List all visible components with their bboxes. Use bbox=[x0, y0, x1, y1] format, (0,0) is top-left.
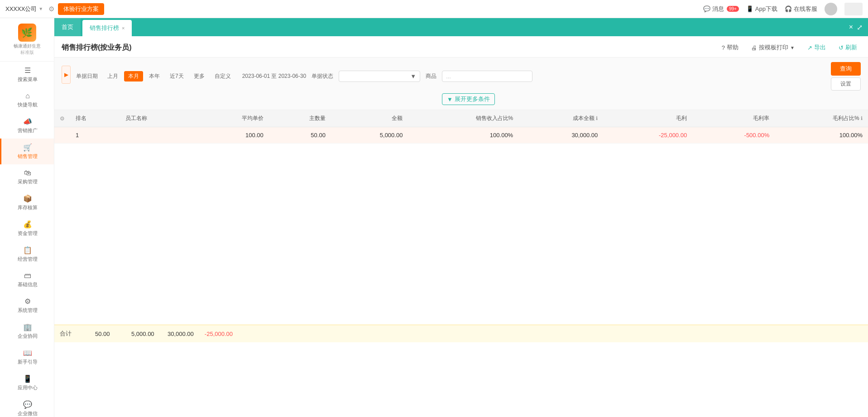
sidebar-item-app-center[interactable]: 📱 应用中心 bbox=[0, 370, 54, 396]
tab-home[interactable]: 首页 bbox=[54, 18, 81, 36]
home-tab-label: 首页 bbox=[62, 23, 73, 31]
sidebar-item-basic[interactable]: 🗃 基础信息 bbox=[0, 267, 54, 292]
col-settings[interactable]: ⚙ bbox=[54, 110, 70, 127]
help-btn[interactable]: ? 帮助 bbox=[718, 42, 742, 53]
purchase-icon: 🛍 bbox=[24, 169, 31, 177]
sales-icon: 🛒 bbox=[23, 143, 32, 152]
sidebar-item-search-order[interactable]: ☰ 搜索菜单 bbox=[0, 62, 54, 87]
page-title: 销售排行榜(按业务员) bbox=[62, 43, 132, 53]
col-avg-price: 平均单价 bbox=[194, 110, 269, 127]
sidebar-label-basic: 基础信息 bbox=[18, 281, 38, 288]
date-tab-custom[interactable]: 自定义 bbox=[211, 71, 235, 81]
row-settings bbox=[54, 127, 70, 144]
top-right-actions: 💬 消息 99+ 📱 App下载 🎧 在线客服 bbox=[703, 3, 863, 15]
sidebar-item-guide[interactable]: 📖 新手引导 bbox=[0, 344, 54, 370]
footer-amount: 5,000.00 bbox=[126, 331, 162, 337]
status-label: 单据状态 bbox=[312, 72, 333, 80]
print-chevron-icon: ▼ bbox=[790, 45, 795, 50]
sidebar-label-system: 系统管理 bbox=[18, 307, 38, 314]
cell-rank: 1 bbox=[70, 127, 120, 144]
cell-gross-rate: -500.00% bbox=[692, 127, 775, 144]
sidebar-label-wechat: 企业微信 bbox=[18, 410, 38, 417]
table-header: ⚙ 排名 员工名称 平均单价 主数量 全额 销售收入占比% 成本全额 ℹ bbox=[54, 110, 868, 127]
sidebar-item-enterprise[interactable]: 🏢 企业协同 bbox=[0, 318, 54, 344]
date-tab-current-year[interactable]: 本年 bbox=[145, 71, 164, 81]
system-icon: ⚙ bbox=[24, 297, 31, 306]
app-download-btn[interactable]: 📱 App下载 bbox=[746, 5, 777, 13]
date-tab-7days[interactable]: 近7天 bbox=[166, 71, 188, 81]
tab-sales-ranking[interactable]: 销售排行榜 × bbox=[82, 20, 132, 36]
content-area: 首页 销售排行榜 × × ⤢ 销售排行榜(按业务员) ? bbox=[54, 18, 868, 417]
inventory-icon: 📦 bbox=[23, 194, 32, 203]
expand-chevron-icon: ▼ bbox=[447, 96, 453, 103]
cell-name bbox=[120, 127, 195, 144]
footer-cost: 30,000.00 bbox=[162, 331, 199, 337]
table-body: 1 100.00 50.00 5,000.00 100.00% 30,000.0… bbox=[54, 127, 868, 144]
enterprise-icon: 🏢 bbox=[23, 323, 32, 331]
gross-pct-info-icon[interactable]: ℹ bbox=[861, 115, 863, 121]
help-label: 帮助 bbox=[727, 43, 739, 52]
filter-bar: ▶ 单据日期 上月 本月 本年 近7天 更多 bbox=[54, 58, 868, 110]
window-restore-btn[interactable]: ⤢ bbox=[857, 23, 863, 32]
logo-main-text: 畅康通好生意 bbox=[14, 43, 41, 49]
expand-conditions-btn[interactable]: ▼ 展开更多条件 bbox=[442, 93, 495, 105]
query-button[interactable]: 查询 bbox=[831, 62, 861, 76]
filter-actions: 查询 设置 bbox=[831, 62, 861, 91]
date-tab-prev-month[interactable]: 上月 bbox=[103, 71, 122, 81]
table-row: 1 100.00 50.00 5,000.00 100.00% 30,000.0… bbox=[54, 127, 868, 144]
company-selector[interactable]: XXXXX公司 ▼ bbox=[5, 5, 43, 13]
sidebar-item-sales[interactable]: 🛒 销售管理 bbox=[0, 139, 54, 164]
sidebar-label-search: 搜索菜单 bbox=[18, 76, 38, 83]
sidebar-item-system[interactable]: ⚙ 系统管理 bbox=[0, 292, 54, 318]
export-btn[interactable]: ↗ 导出 bbox=[804, 42, 830, 53]
cell-cost: 30,000.00 bbox=[518, 127, 603, 144]
search-menu-icon: ☰ bbox=[24, 66, 31, 75]
sidebar-item-marketing[interactable]: 📣 营销推广 bbox=[0, 113, 54, 139]
sidebar-item-inventory[interactable]: 📦 库存核算 bbox=[0, 190, 54, 216]
guide-icon: 📖 bbox=[23, 349, 32, 357]
set-button[interactable]: 设置 bbox=[831, 77, 861, 91]
tab-close-icon[interactable]: × bbox=[122, 25, 125, 31]
trial-button[interactable]: 体验行业方案 bbox=[58, 3, 104, 15]
date-tab-more[interactable]: 更多 bbox=[190, 71, 209, 81]
refresh-icon: ↺ bbox=[839, 44, 844, 51]
col-name: 员工名称 bbox=[120, 110, 195, 127]
filter-row-1: 单据日期 上月 本月 本年 近7天 更多 自定义 2023-06-01 至 20… bbox=[76, 62, 861, 91]
marketing-icon: 📣 bbox=[23, 117, 32, 126]
tab-bar: 首页 销售排行榜 × × ⤢ bbox=[54, 18, 868, 36]
header-actions: ? 帮助 🖨 按模板打印 ▼ ↗ 导出 ↺ bbox=[718, 42, 861, 53]
print-btn[interactable]: 🖨 按模板打印 ▼ bbox=[748, 42, 798, 53]
sidebar-item-wechat[interactable]: 💬 企业微信 bbox=[0, 396, 54, 417]
message-btn[interactable]: 💬 消息 99+ bbox=[703, 5, 739, 13]
window-close-btn[interactable]: × bbox=[849, 23, 853, 31]
sidebar-label-marketing: 营销推广 bbox=[18, 127, 38, 134]
app-icon: 📱 bbox=[746, 5, 753, 12]
message-icon: 💬 bbox=[703, 5, 710, 12]
cost-info-icon[interactable]: ℹ bbox=[596, 115, 598, 121]
avatar[interactable] bbox=[825, 3, 837, 15]
table-wrapper: ⚙ 排名 员工名称 平均单价 主数量 全额 销售收入占比% 成本全额 ℹ bbox=[54, 110, 868, 144]
status-chevron-icon: ▼ bbox=[410, 73, 416, 80]
cell-amount: 5,000.00 bbox=[331, 127, 408, 144]
sidebar-item-capital[interactable]: 💰 资金管理 bbox=[0, 216, 54, 241]
export-label: 导出 bbox=[814, 43, 826, 52]
page-inner: 销售排行榜(按业务员) ? 帮助 🖨 按模板打印 ▼ ↗ bbox=[54, 36, 868, 417]
question-icon: ? bbox=[722, 44, 725, 51]
refresh-btn[interactable]: ↺ 刷新 bbox=[835, 42, 861, 53]
sidebar-item-purchase[interactable]: 🛍 采购管理 bbox=[0, 164, 54, 190]
date-tab-current-month[interactable]: 本月 bbox=[124, 71, 143, 81]
status-select[interactable]: ▼ bbox=[339, 71, 420, 82]
table-footer: 合计 50.00 5,000.00 30,000.00 -25,000.00 bbox=[54, 325, 868, 342]
app-center-icon: 📱 bbox=[23, 374, 32, 383]
message-badge: 99+ bbox=[727, 6, 739, 12]
cell-avg-price: 100.00 bbox=[194, 127, 269, 144]
settings-icon[interactable]: ⚙ bbox=[48, 5, 54, 13]
online-service-btn[interactable]: 🎧 在线客服 bbox=[785, 5, 817, 13]
goods-input[interactable]: ... bbox=[442, 71, 532, 82]
home-icon: ⌂ bbox=[25, 92, 30, 100]
sidebar-item-shortcut[interactable]: ⌂ 快捷导航 bbox=[0, 87, 54, 113]
sidebar: 🌿 畅康通好生意 标准版 ☰ 搜索菜单 ⌂ 快捷导航 📣 营销推广 🛒 销售管理… bbox=[0, 18, 54, 417]
print-icon: 🖨 bbox=[751, 44, 757, 51]
filter-collapse-btn[interactable]: ▶ bbox=[62, 66, 71, 84]
sidebar-item-operation[interactable]: 📋 经营管理 bbox=[0, 241, 54, 267]
